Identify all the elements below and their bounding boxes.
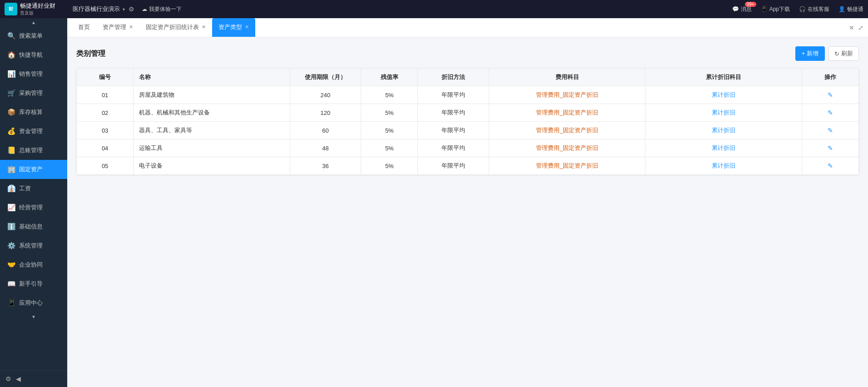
main-layout: ▲ 🔍 搜索菜单 🏠 快捷导航 📊 销售管理 🛒 采购管理 📦 库存核算 💰 资… (0, 18, 868, 387)
sidebar-item-system[interactable]: ⚙️ 系统管理 (0, 236, 67, 255)
tab-home-label: 首页 (78, 23, 90, 31)
service-label: 在线客服 (808, 5, 829, 13)
sidebar-settings-icon[interactable]: ⚙ (5, 375, 11, 382)
refresh-icon: ↻ (834, 50, 839, 57)
company-dropdown-icon: ▾ (123, 7, 125, 12)
cell-accu-2: 累计折旧 (645, 122, 802, 139)
edit-icon-3[interactable]: ✎ (828, 144, 833, 152)
tab-asset-mgmt[interactable]: 资产管理 ✕ (96, 18, 139, 37)
sidebar-bottom: ⚙ ◀ (0, 370, 67, 387)
sidebar-item-purchase[interactable]: 🛒 采购管理 (0, 84, 67, 103)
app-center-icon: 📱 (7, 299, 15, 307)
sidebar-label-inventory: 库存核算 (19, 108, 43, 116)
sidebar-item-guide[interactable]: 📖 新手引导 (0, 274, 67, 293)
purchase-icon: 🛒 (7, 89, 15, 97)
tab-depreciation-table[interactable]: 固定资产折旧统计表 ✕ (139, 18, 212, 37)
sidebar-label-app-center: 应用中心 (19, 299, 43, 307)
edit-icon-4[interactable]: ✎ (828, 162, 833, 169)
message-badge: 99+ (745, 2, 756, 7)
tab-asset-mgmt-close[interactable]: ✕ (129, 24, 133, 30)
sidebar-item-app-center[interactable]: 📱 应用中心 (0, 293, 67, 313)
user-button[interactable]: 👤 畅捷通 (838, 5, 863, 13)
sidebar-label-enterprise: 企业协同 (19, 261, 43, 269)
sidebar-label-operations: 经营管理 (19, 203, 43, 212)
sidebar-item-basic-info[interactable]: ℹ️ 基础信息 (0, 217, 67, 236)
cell-method-0: 年限平均 (418, 86, 489, 104)
cell-expense-1: 管理费用_固定资产折旧 (489, 104, 645, 122)
cell-accu-0: 累计折旧 (645, 86, 802, 104)
app-icon: 📱 (761, 6, 768, 12)
sidebar-item-search[interactable]: 🔍 搜索菜单 (0, 26, 67, 45)
cell-op-1: ✎ (802, 104, 858, 122)
sidebar-item-operations[interactable]: 📈 经营管理 (0, 198, 67, 217)
logo-text: 畅捷通好业财 普及版 (20, 2, 55, 16)
service-button[interactable]: 🎧 在线客服 (799, 5, 829, 13)
tab-home[interactable]: 首页 (72, 18, 96, 37)
logo-edition: 普及版 (20, 10, 55, 16)
cell-code-4: 05 (77, 157, 134, 175)
operations-icon: 📈 (7, 203, 15, 212)
sidebar-scroll-up[interactable]: ▲ (0, 18, 67, 26)
cell-method-3: 年限平均 (418, 139, 489, 157)
refresh-button[interactable]: ↻ 刷新 (828, 46, 859, 61)
cell-method-4: 年限平均 (418, 157, 489, 175)
sidebar-item-quick-nav[interactable]: 🏠 快捷导航 (0, 45, 67, 64)
message-icon: 💬 (732, 6, 739, 12)
cell-method-1: 年限平均 (418, 104, 489, 122)
new-button[interactable]: + 新增 (795, 46, 825, 61)
cell-op-4: ✎ (802, 157, 858, 175)
logo-icon: 财 (5, 3, 17, 15)
sidebar-label-basic-info: 基础信息 (19, 223, 43, 231)
tab-close-all-icon[interactable]: ✕ (849, 24, 854, 31)
cell-op-3: ✎ (802, 139, 858, 157)
page-content: 类别管理 + 新增 ↻ 刷新 编号 名称 使用期限（月） 残值率 (67, 37, 868, 387)
cell-accu-1: 累计折旧 (645, 104, 802, 122)
cloud-icon: ☁ (142, 6, 147, 12)
sidebar-item-payroll[interactable]: 👔 工资 (0, 179, 67, 198)
sidebar-item-ledger[interactable]: 📒 总账管理 (0, 141, 67, 160)
page-actions: + 新增 ↻ 刷新 (795, 46, 859, 61)
cell-period-4: 36 (290, 157, 361, 175)
sidebar-item-fixed-assets[interactable]: 🏢 固定资产 (0, 160, 67, 179)
fixed-assets-icon: 🏢 (7, 165, 15, 174)
tab-expand-icon[interactable]: ⤢ (858, 24, 863, 31)
cell-code-3: 04 (77, 139, 134, 157)
sidebar-scroll-down[interactable]: ▼ (0, 313, 67, 321)
table-row: 02 机器、机械和其他生产设备 120 5% 年限平均 管理费用_固定资产折旧 … (77, 104, 859, 122)
content-area: 首页 资产管理 ✕ 固定资产折旧统计表 ✕ 资产类型 ✕ ✕ ⤢ 类别管理 (67, 18, 868, 387)
sidebar-label-sales: 销售管理 (19, 70, 43, 78)
headset-icon: 🎧 (799, 6, 806, 12)
sidebar-collapse-icon[interactable]: ◀ (16, 375, 21, 382)
company-selector[interactable]: 医疗器械行业演示 ▾ (73, 5, 125, 13)
sidebar-item-enterprise[interactable]: 🤝 企业协同 (0, 255, 67, 274)
sidebar-item-sales[interactable]: 📊 销售管理 (0, 64, 67, 84)
edit-icon-1[interactable]: ✎ (828, 109, 833, 116)
sidebar-label-fund: 资金管理 (19, 127, 43, 135)
settings-icon[interactable]: ⚙ (129, 5, 134, 13)
tab-bar-actions: ✕ ⤢ (849, 24, 863, 31)
tab-depreciation-label: 固定资产折旧统计表 (146, 23, 199, 31)
tab-depreciation-close[interactable]: ✕ (202, 24, 206, 30)
col-header-code: 编号 (77, 69, 134, 86)
edit-icon-0[interactable]: ✎ (828, 91, 833, 99)
col-header-accu: 累计折旧科目 (645, 69, 802, 86)
page-title: 类别管理 (76, 49, 105, 59)
edit-icon-2[interactable]: ✎ (828, 127, 833, 134)
cell-period-3: 48 (290, 139, 361, 157)
sidebar-item-fund[interactable]: 💰 资金管理 (0, 122, 67, 141)
cell-code-2: 03 (77, 122, 134, 139)
tab-asset-type[interactable]: 资产类型 ✕ (212, 18, 255, 37)
sidebar-item-inventory[interactable]: 📦 库存核算 (0, 103, 67, 122)
sales-icon: 📊 (7, 70, 15, 78)
tab-asset-type-close[interactable]: ✕ (245, 24, 249, 30)
col-header-name: 名称 (134, 69, 290, 86)
experience-label: 我要体验一下 (149, 5, 182, 13)
home-icon: 🏠 (7, 51, 15, 59)
message-button[interactable]: 💬 消息 99+ (732, 5, 752, 13)
cell-name-4: 电子设备 (134, 157, 290, 175)
app-download-button[interactable]: 📱 App下载 (761, 5, 790, 13)
experience-button[interactable]: ☁ 我要体验一下 (142, 5, 182, 13)
sidebar-label-purchase: 采购管理 (19, 89, 43, 97)
col-header-method: 折旧方法 (418, 69, 489, 86)
sidebar-label-ledger: 总账管理 (19, 146, 43, 154)
